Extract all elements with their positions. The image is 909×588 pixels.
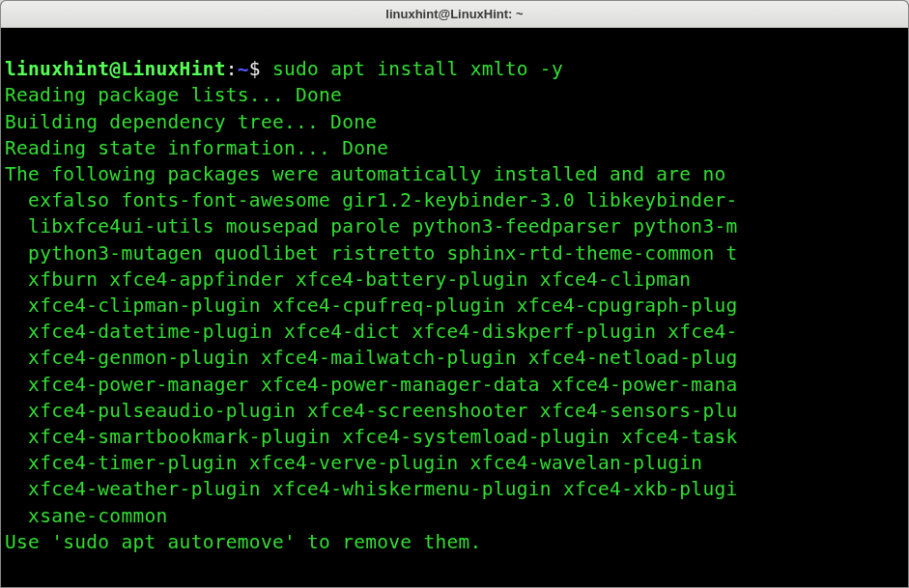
package-line: python3-mutagen quodlibet ristretto sphi…: [28, 242, 737, 265]
package-line: libxfce4ui-utils mousepad parole python3…: [28, 215, 737, 238]
package-line: xfce4-timer-plugin xfce4-verve-plugin xf…: [28, 452, 702, 474]
package-line: xfce4-weather-plugin xfce4-whiskermenu-p…: [28, 478, 737, 500]
terminal-content[interactable]: linuxhint@LinuxHint:~$ sudo apt install …: [1, 28, 908, 557]
package-line: xfce4-smartbookmark-plugin xfce4-systeml…: [28, 426, 737, 448]
terminal-window: linuxhint@LinuxHint: ~ linuxhint@LinuxHi…: [0, 0, 909, 588]
output-line: Reading package lists... Done: [5, 84, 342, 106]
package-line: xfce4-clipman-plugin xfce4-cpufreq-plugi…: [28, 294, 737, 317]
package-line: xfce4-genmon-plugin xfce4-mailwatch-plug…: [28, 347, 737, 369]
window-titlebar[interactable]: linuxhint@LinuxHint: ~: [1, 1, 908, 28]
package-line: xfburn xfce4-appfinder xfce4-battery-plu…: [28, 268, 691, 291]
prompt-dollar: $: [249, 58, 272, 80]
window-title: linuxhint@LinuxHint: ~: [385, 7, 523, 21]
output-line: Use 'sudo apt autoremove' to remove them…: [5, 531, 482, 553]
package-line: xsane-common: [28, 505, 167, 527]
output-line: Building dependency tree... Done: [5, 111, 377, 133]
package-line: exfalso fonts-font-awesome gir1.2-keybin…: [28, 189, 737, 211]
package-line: xfce4-datetime-plugin xfce4-dict xfce4-d…: [28, 321, 737, 343]
prompt-colon: :: [226, 58, 238, 80]
prompt-path: ~: [238, 58, 249, 80]
command-text: sudo apt install xmlto -y: [272, 58, 563, 80]
output-line: The following packages were automaticall…: [5, 163, 738, 185]
package-line: xfce4-pulseaudio-plugin xfce4-screenshoo…: [28, 400, 737, 422]
package-line: xfce4-power-manager xfce4-power-manager-…: [28, 374, 737, 396]
output-line: Reading state information... Done: [5, 137, 388, 159]
prompt-user-host: linuxhint@LinuxHint: [5, 58, 226, 80]
